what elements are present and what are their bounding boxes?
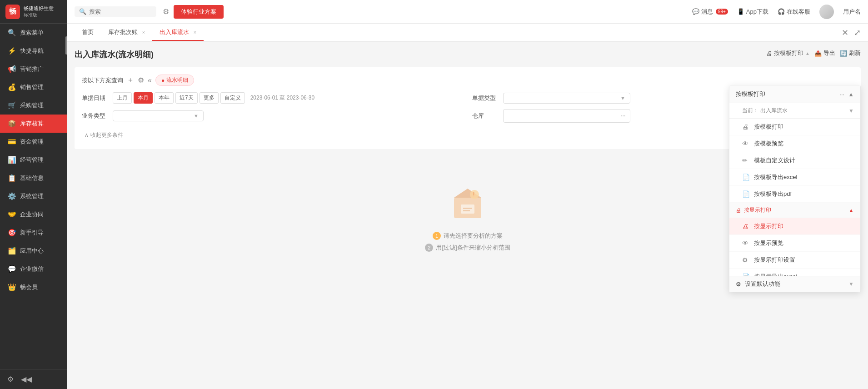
sidebar-item-weixin[interactable]: 💬 企业微信 [0,260,67,278]
app-download-button[interactable]: 📱 App下载 [737,8,768,16]
export-button[interactable]: 📤 导出 [814,49,835,57]
date-this-year[interactable]: 本年 [155,92,174,104]
dropdown-item-template-pdf[interactable]: 📄 按模板导出pdf [729,186,860,203]
dropdown-item-display-excel[interactable]: 📄 按显示导出excel [729,269,860,276]
filter-tag-icon: ● [161,77,165,84]
print-label: 按模板打印 [774,49,803,57]
filter-collapse-icon[interactable]: « [148,76,152,85]
dropdown-item-template-custom[interactable]: ✏ 模板自定义设计 [729,152,860,169]
excel-icon2: 📄 [742,273,750,276]
dropdown-item-template-excel[interactable]: 📄 按模板导出excel [729,169,860,186]
sidebar-item-label: 搜索菜单 [20,29,44,37]
active-filter-tag[interactable]: ● 流水明细 [155,75,194,86]
tab-flow[interactable]: 出入库流水 × [152,25,204,41]
trial-button[interactable]: 体验行业方案 [174,5,224,19]
dropdown-item-display-settings[interactable]: ⚙ 按显示打印设置 [729,252,860,269]
message-label: 消息 [701,8,713,16]
page-toolbar: 🖨 按模板打印 ▲ 📤 导出 🔄 刷新 [766,49,861,57]
more-dots-icon[interactable]: ··· [839,91,844,98]
sidebar-item-label: 企业协同 [20,210,44,219]
sidebar-bottom: ⚙ ◀◀ [0,369,67,389]
sidebar-item-finance[interactable]: 💳 资金管理 [0,133,67,151]
sidebar-item-marketing[interactable]: 📢 营销推广 [0,60,67,78]
search-icon: 🔍 [7,29,16,37]
biztype-select[interactable]: ▼ [113,110,204,121]
empty-tip-1: 1 请先选择要分析的方案 [433,232,503,240]
tip-text-2: 用[过滤]条件来缩小分析范围 [436,244,510,252]
sidebar-item-search[interactable]: 🔍 搜索菜单 [0,24,67,42]
sidebar-item-label: 基础信息 [20,174,44,182]
topbar-right: 💬 消息 99+ 📱 App下载 🎧 在线客服 用户名 [692,5,861,19]
filter-add-icon[interactable]: ＋ [127,75,134,85]
search-icon: 🔍 [79,8,86,15]
sidebar-item-label: 畅会员 [20,283,38,291]
doctype-select[interactable]: ▼ [503,93,630,104]
warehouse-select[interactable]: ··· [503,109,630,123]
date-label: 单据日期 [82,94,109,102]
date-7days[interactable]: 近7天 [175,92,198,104]
sidebar-item-collab[interactable]: 🤝 企业协同 [0,205,67,224]
headset-icon: 🎧 [778,8,785,15]
tab-batch-close[interactable]: × [142,30,145,35]
settings-bottom-icon[interactable]: ⚙ [7,375,14,384]
collapse-button[interactable]: ∧ 收起更多条件 [82,128,126,142]
sidebar-item-label: 系统管理 [20,192,44,200]
sidebar-item-appstore[interactable]: 🗂️ 应用中心 [0,242,67,260]
date-custom[interactable]: 自定义 [220,92,245,104]
sidebar-item-label: 应用中心 [20,247,44,255]
filter-setting-icon[interactable]: ⚙ [138,76,144,85]
display-section-label: 按显示打印 [744,206,771,214]
chevron-up-icon3[interactable]: ▲ [848,91,854,98]
item-label: 按显示导出excel [754,273,797,276]
sidebar-item-sales[interactable]: 💰 销售管理 [0,78,67,96]
tab-close-btn[interactable]: ✕ [842,28,848,38]
date-this-month[interactable]: 本月 [134,92,153,104]
collapse-label: 收起更多条件 [90,131,123,139]
sidebar-item-guide[interactable]: 🎯 新手引导 [0,224,67,242]
export-icon: 📤 [814,50,822,57]
dropdown-footer[interactable]: ⚙ 设置默认功能 ▼ [729,276,860,292]
user-avatar[interactable] [819,5,834,19]
print-template-button[interactable]: 🖨 按模板打印 ▲ [766,49,810,57]
sidebar-item-member[interactable]: 👑 畅会员 [0,278,67,296]
refresh-button[interactable]: 🔄 刷新 [840,49,861,57]
dropdown-item-template-preview[interactable]: 👁 按模板预览 [729,135,860,152]
refresh-icon: 🔄 [840,50,847,57]
tab-expand-btn[interactable]: ⤢ [854,28,861,38]
search-input[interactable] [89,8,144,15]
date-last-month[interactable]: 上月 [113,92,132,104]
section-chevron-up: ▲ [848,207,854,214]
dropdown-item-template-print[interactable]: 🖨 按模板打印 [729,119,860,135]
dropdown-item-display-print[interactable]: 🖨 按显示打印 [729,218,860,235]
chevron-up-icon: ▲ [805,51,810,56]
sidebar-item-purchase[interactable]: 🛒 采购管理 [0,96,67,115]
appstore-icon: 🗂️ [7,247,16,255]
guide-icon: 🎯 [7,229,16,237]
dropdown-item-display-preview[interactable]: 👁 按显示预览 [729,235,860,252]
collab-icon: 🤝 [7,210,16,219]
empty-illustration: ! [447,182,488,223]
tab-home[interactable]: 首页 [75,25,101,41]
message-button[interactable]: 💬 消息 99+ [692,8,728,16]
tab-batch[interactable]: 库存批次账 × [101,25,152,41]
excel-icon: 📄 [742,174,750,181]
sidebar-item-quick-nav[interactable]: ⚡ 快捷导航 [0,42,67,60]
sidebar-item-system[interactable]: ⚙️ 系统管理 [0,187,67,205]
gear-icon[interactable]: ⚙ [163,7,169,16]
dropdown-header-icons: ··· ▲ [839,91,854,98]
topbar: 🔍 ⚙ 体验行业方案 💬 消息 99+ 📱 App下载 🎧 在线客服 用户名 [67,0,868,24]
tab-flow-close[interactable]: × [194,30,196,35]
sidebar-item-label: 新手引导 [20,229,44,237]
sidebar-item-inventory[interactable]: 📦 库存核算 [0,115,67,133]
item-label: 按显示预览 [754,239,783,247]
sidebar-item-basic[interactable]: 📋 基础信息 [0,169,67,187]
biztype-filter-group: 业务类型 ▼ [82,110,463,121]
collapse-sidebar-icon[interactable]: ◀◀ [21,375,32,384]
sidebar-item-ops[interactable]: 📊 经营管理 [0,151,67,169]
svg-rect-2 [461,204,474,214]
print-icon: 🖨 [766,50,772,57]
topbar-search-box[interactable]: 🔍 [75,6,156,17]
item-label: 按模板导出pdf [754,190,792,198]
date-more[interactable]: 更多 [200,92,219,104]
service-button[interactable]: 🎧 在线客服 [778,8,810,16]
